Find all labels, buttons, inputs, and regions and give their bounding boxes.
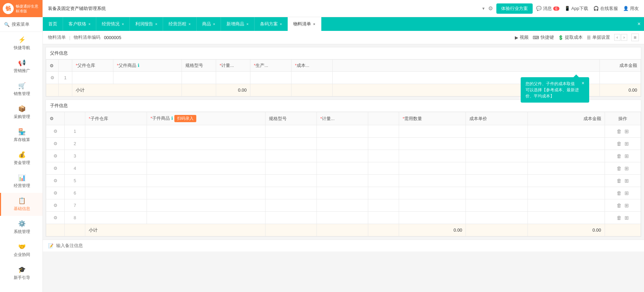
- tab-bom[interactable]: 物料清单 ×: [288, 17, 321, 31]
- copy-row-icon[interactable]: ⊞: [624, 178, 629, 184]
- note-hint[interactable]: 输入备注信息: [56, 243, 83, 249]
- tab-customers[interactable]: 客户联络 ×: [63, 17, 96, 31]
- copy-row-icon[interactable]: ⊞: [624, 215, 629, 221]
- child-row-settings-icon[interactable]: ⚙: [53, 215, 58, 220]
- child-table: ⚙ *子件仓库 *子件商品 ℹ 扫码录入 规格型号 *: [46, 112, 641, 236]
- delete-row-icon[interactable]: 🗑: [617, 165, 622, 171]
- child-row-settings-icon[interactable]: ⚙: [53, 166, 58, 171]
- nav-close-all-button[interactable]: ×: [634, 21, 644, 27]
- app-download-action[interactable]: 📱 App下载: [565, 5, 588, 12]
- sidebar-item-inventory[interactable]: 🏪 库存核算: [0, 124, 42, 147]
- delete-row-icon[interactable]: 🗑: [617, 153, 622, 159]
- tab-barcode[interactable]: 条码方案 ×: [255, 17, 288, 31]
- sidebar-item-guide[interactable]: 🎓 新手引导: [0, 262, 42, 285]
- parent-col-qty: *计量...: [216, 60, 250, 72]
- sidebar-item-operation[interactable]: 📊 经营管理: [0, 170, 42, 193]
- child-col-settings-icon[interactable]: ⚙: [50, 116, 54, 121]
- sidebar: 畅 畅捷通好生意 标准版 🔍 搜索菜单 ⚡ 快捷导航 📢 营销推广 🛒 销售管理…: [0, 0, 43, 292]
- parent-col-product: *父件商品 ℹ: [113, 60, 182, 72]
- tab-operations[interactable]: 经营情况 ×: [96, 17, 129, 31]
- parent-section-title: 父件信息: [46, 47, 641, 59]
- parent-col-warehouse: *父件仓库: [72, 60, 113, 72]
- tab-close-operations[interactable]: ×: [122, 22, 124, 26]
- copy-row-icon[interactable]: ⊞: [624, 190, 629, 196]
- delete-row-icon[interactable]: 🗑: [617, 202, 622, 208]
- sidebar-item-basic-info[interactable]: 📋 基础信息: [0, 193, 42, 216]
- copy-row-icon[interactable]: ⊞: [624, 141, 629, 147]
- online-service-action[interactable]: 🎧 在线客服: [593, 5, 618, 12]
- nav-tabs: 首页 客户联络 × 经营情况 × 利润报告 × 经营历程 × 商品 × 新增商品…: [43, 17, 644, 31]
- delete-row-icon[interactable]: 🗑: [617, 190, 622, 196]
- purchase-icon: 📦: [18, 105, 26, 113]
- child-table-row: ⚙ 5 🗑 ⊞: [46, 175, 641, 187]
- single-settings-action[interactable]: ☰ 单据设置: [587, 34, 610, 40]
- tooltip-close-button[interactable]: ×: [582, 81, 584, 85]
- trial-button[interactable]: 体验行业方案: [496, 3, 533, 14]
- col-settings-icon[interactable]: ⚙: [50, 63, 54, 68]
- sidebar-item-enterprise[interactable]: 🤝 企业协同: [0, 239, 42, 262]
- sidebar-item-system[interactable]: ⚙️ 系统管理: [0, 216, 42, 239]
- delete-row-icon[interactable]: 🗑: [617, 178, 622, 184]
- shortcut-icon: ⌨: [533, 35, 539, 40]
- message-action[interactable]: 💬 消息 6: [536, 5, 559, 12]
- tab-close-products[interactable]: ×: [213, 22, 215, 26]
- child-row-settings-icon[interactable]: ⚙: [53, 203, 58, 208]
- child-col-settings: ⚙: [46, 112, 65, 125]
- breadcrumb: 物料清单: [48, 34, 66, 40]
- copy-row-icon[interactable]: ⊞: [624, 165, 629, 171]
- tab-close-bom[interactable]: ×: [313, 22, 315, 26]
- parent-col-num: [59, 60, 72, 72]
- tab-close-new-products[interactable]: ×: [246, 22, 248, 26]
- view-action[interactable]: ▶ 视频: [515, 34, 529, 40]
- search-icon: 🔍: [4, 22, 10, 27]
- sidebar-item-finance[interactable]: 💰 资金管理: [0, 147, 42, 170]
- delete-row-icon[interactable]: 🗑: [617, 128, 622, 134]
- guide-icon: 🎓: [18, 266, 26, 273]
- tab-history[interactable]: 经营历程 ×: [163, 17, 196, 31]
- product-info-icon[interactable]: ℹ: [138, 63, 139, 68]
- nav-prev-button[interactable]: ‹: [614, 34, 620, 41]
- parent-subtotal-qty: 0.00: [216, 84, 250, 96]
- search-button[interactable]: 🔍 搜索菜单: [3, 20, 40, 29]
- extract-cost-action[interactable]: 💲 提取成本: [558, 34, 583, 40]
- child-row-settings-icon[interactable]: ⚙: [53, 153, 58, 159]
- breadcrumb-separator: |: [69, 35, 70, 40]
- copy-row-icon[interactable]: ⊞: [624, 202, 629, 208]
- shortcut-action[interactable]: ⌨ 快捷键: [533, 34, 554, 40]
- parent-col-spacer: [333, 60, 600, 72]
- tab-new-products[interactable]: 新增商品 ×: [221, 17, 254, 31]
- nav-next-button[interactable]: ›: [621, 34, 627, 41]
- tab-close-barcode[interactable]: ×: [280, 22, 282, 26]
- sidebar-item-quick-nav[interactable]: ⚡ 快捷导航: [0, 32, 42, 55]
- tab-close-history[interactable]: ×: [188, 22, 190, 26]
- child-col-unit-cost: 成本单价: [466, 112, 528, 125]
- sidebar-item-marketing[interactable]: 📢 营销推广: [0, 55, 42, 78]
- sidebar-item-purchase[interactable]: 📦 采购管理: [0, 101, 42, 124]
- tab-home[interactable]: 首页: [43, 17, 63, 31]
- scan-input-button[interactable]: 扫码录入: [174, 115, 196, 122]
- copy-row-icon[interactable]: ⊞: [624, 153, 629, 159]
- child-table-row: ⚙ 4 🗑 ⊞: [46, 162, 641, 175]
- tab-profit[interactable]: 利润报告 ×: [130, 17, 163, 31]
- delete-row-icon[interactable]: 🗑: [617, 215, 622, 221]
- sidebar-search[interactable]: 🔍 搜索菜单: [0, 17, 42, 32]
- marketing-icon: 📢: [18, 59, 26, 67]
- row-settings-icon[interactable]: ⚙: [50, 75, 54, 80]
- child-row-settings-icon[interactable]: ⚙: [53, 141, 58, 146]
- child-row-settings-icon[interactable]: ⚙: [53, 190, 58, 196]
- settings-icon[interactable]: ⚙: [488, 5, 493, 12]
- child-row-settings-icon[interactable]: ⚙: [53, 178, 58, 183]
- tab-products[interactable]: 商品 ×: [197, 17, 221, 31]
- user-action[interactable]: 👤 用友: [623, 5, 639, 12]
- page-header-actions: ▶ 视频 ⌨ 快捷键 💲 提取成本 ☰ 单据设置 ‹ ›: [515, 34, 639, 41]
- tab-close-customers[interactable]: ×: [88, 22, 90, 26]
- table-view-button[interactable]: ≡: [631, 34, 639, 41]
- sidebar-item-sales[interactable]: 🛒 销售管理: [0, 78, 42, 101]
- copy-row-icon[interactable]: ⊞: [624, 128, 629, 134]
- child-col-product: *子件商品 ℹ 扫码录入: [147, 112, 265, 125]
- title-dropdown-icon[interactable]: ▾: [482, 6, 485, 11]
- child-row-settings-icon[interactable]: ⚙: [53, 129, 58, 134]
- tab-close-profit[interactable]: ×: [155, 22, 157, 26]
- delete-row-icon[interactable]: 🗑: [617, 141, 622, 147]
- child-product-info-icon[interactable]: ℹ: [171, 116, 173, 121]
